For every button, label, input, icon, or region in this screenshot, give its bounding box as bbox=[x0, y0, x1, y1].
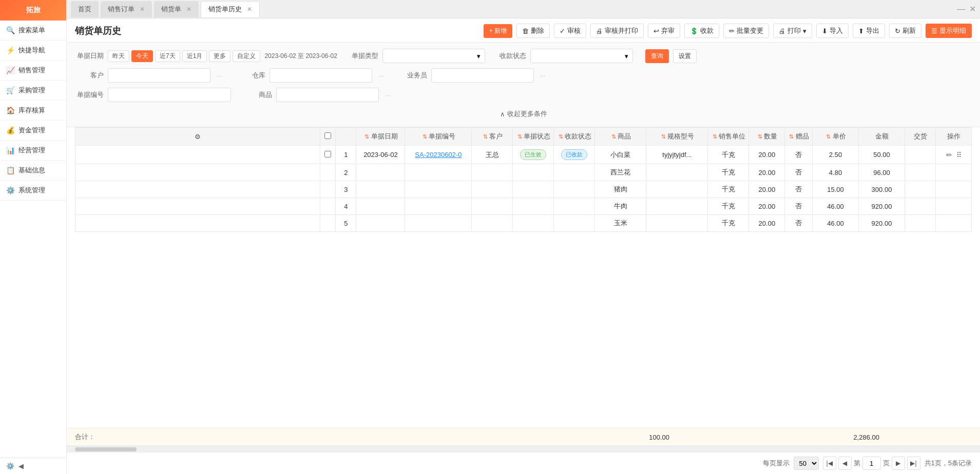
row1-code-link[interactable]: SA-20230602-0 bbox=[415, 151, 462, 159]
review-print-button[interactable]: 🖨 审核并打印 bbox=[590, 24, 644, 38]
customer-dots-btn[interactable]: ··· bbox=[215, 72, 224, 80]
paystatus-select[interactable]: ▾ bbox=[530, 49, 633, 63]
sort-icon[interactable]: ⇅ bbox=[517, 133, 522, 140]
sidebar-item-finance-mgmt[interactable]: 💰 资金管理 bbox=[0, 121, 66, 141]
sidebar-item-basic-info[interactable]: 📋 基础信息 bbox=[0, 161, 66, 181]
row1-action: ✏ ⠿ bbox=[936, 146, 972, 164]
settings-filter-button[interactable]: 设置 bbox=[673, 49, 697, 63]
filter-row-2: 客户 ··· 仓库 ··· 业务员 ··· bbox=[75, 68, 972, 83]
date-btn-last7days[interactable]: 近7天 bbox=[155, 50, 180, 62]
show-detail-button[interactable]: ☰ 显示明细 bbox=[926, 24, 972, 38]
sidebar-item-sys-mgmt[interactable]: ⚙️ 系统管理 bbox=[0, 181, 66, 201]
col-settings-header[interactable]: ⚙ bbox=[75, 128, 320, 146]
sidebar-item-inventory[interactable]: 🏠 库存核算 bbox=[0, 101, 66, 121]
doctype-select[interactable]: ▾ bbox=[382, 49, 485, 63]
first-page-btn[interactable]: |◀ bbox=[823, 457, 836, 470]
col-paystatus-header: ⇅ 收款状态 bbox=[554, 128, 595, 146]
date-btn-yesterday[interactable]: 昨天 bbox=[108, 50, 129, 62]
sidebar-item-purchase-mgmt[interactable]: 🛒 采购管理 bbox=[0, 81, 66, 101]
tab-sales-goods-label: 销货单 bbox=[161, 5, 181, 14]
col-trade-header: 交货 bbox=[905, 128, 936, 146]
tab-sales-goods-close[interactable]: ✕ bbox=[186, 6, 191, 13]
row1-edit-icon[interactable]: ✏ bbox=[946, 151, 952, 159]
tab-sales-history[interactable]: 销货单历史 ✕ bbox=[201, 1, 260, 17]
print-button[interactable]: 🖨 打印 ▾ bbox=[773, 24, 812, 38]
doctype-label: 单据类型 bbox=[350, 51, 378, 61]
warehouse-label: 仓库 bbox=[237, 71, 265, 80]
warehouse-input[interactable] bbox=[270, 68, 372, 83]
sidebar-item-ops-mgmt[interactable]: 📊 经营管理 bbox=[0, 141, 66, 161]
row1-select-checkbox[interactable] bbox=[324, 151, 331, 157]
customer-input[interactable] bbox=[108, 68, 210, 83]
abandon-button[interactable]: ↩ 弃审 bbox=[648, 24, 680, 38]
col-code-header: ⇅ 单据编号 bbox=[405, 128, 472, 146]
col-checkbox-header bbox=[320, 128, 336, 146]
sidebar-logo: 拓旅 bbox=[0, 0, 66, 21]
sort-icon[interactable]: ⇅ bbox=[758, 133, 762, 140]
window-close-btn[interactable]: ✕ bbox=[969, 4, 976, 14]
warehouse-dots-btn[interactable]: ··· bbox=[376, 72, 386, 80]
sidebar-item-sales-mgmt[interactable]: 📈 销售管理 bbox=[0, 61, 66, 81]
sidebar-bottom: ⚙️ ◀ bbox=[0, 458, 66, 474]
sidebar-item-search-menu[interactable]: 🔍 搜索菜单 bbox=[0, 21, 66, 41]
collapse-button[interactable]: ∧ 收起更多条件 bbox=[75, 107, 972, 121]
tab-home[interactable]: 首页 bbox=[71, 1, 99, 17]
sort-icon[interactable]: ⇅ bbox=[661, 133, 666, 140]
tab-sales-order[interactable]: 销售订单 ✕ bbox=[101, 1, 152, 17]
row5-action bbox=[936, 215, 972, 232]
date-btn-custom[interactable]: 自定义 bbox=[233, 50, 260, 62]
sidebar-item-label: 采购管理 bbox=[18, 86, 45, 95]
tab-sales-order-close[interactable]: ✕ bbox=[140, 6, 145, 13]
sidebar-item-quick-nav[interactable]: ⚡ 快捷导航 bbox=[0, 41, 66, 61]
batch-change-button[interactable]: ✏ 批量变更 bbox=[723, 24, 769, 38]
collect-button[interactable]: 💲 收款 bbox=[684, 24, 719, 38]
sort-icon[interactable]: ⇅ bbox=[826, 133, 831, 140]
last-page-btn[interactable]: ▶| bbox=[907, 457, 920, 470]
new-button[interactable]: + 新增 bbox=[484, 24, 512, 38]
salesman-dots-btn[interactable]: ··· bbox=[538, 72, 548, 80]
sort-icon[interactable]: ⇅ bbox=[559, 133, 563, 140]
sidebar-bottom-settings[interactable]: ⚙️ ◀ bbox=[0, 458, 66, 474]
row2-paystatus bbox=[554, 164, 595, 181]
row5-date bbox=[356, 215, 405, 232]
import-button[interactable]: ⬇ 导入 bbox=[816, 24, 849, 38]
query-button[interactable]: 查询 bbox=[645, 49, 669, 63]
next-page-btn[interactable]: ▶ bbox=[892, 457, 905, 470]
tab-sales-history-close[interactable]: ✕ bbox=[247, 6, 252, 13]
page-number-input[interactable]: 1 bbox=[862, 457, 881, 470]
filter-warehouse-item: 仓库 ··· bbox=[237, 68, 386, 83]
docno-label: 单据编号 bbox=[75, 90, 104, 100]
docno-input[interactable] bbox=[108, 88, 231, 102]
row2-settings bbox=[75, 164, 320, 181]
date-btn-today[interactable]: 今天 bbox=[131, 50, 153, 62]
horizontal-scrollbar[interactable] bbox=[75, 447, 137, 451]
sort-icon[interactable]: ⇅ bbox=[364, 133, 369, 140]
goods-input[interactable] bbox=[276, 88, 379, 102]
table-settings-icon[interactable]: ⚙ bbox=[195, 133, 201, 141]
goods-dots-btn[interactable]: ··· bbox=[383, 91, 393, 99]
select-all-checkbox[interactable] bbox=[324, 132, 331, 139]
row5-code bbox=[405, 215, 472, 232]
window-minimize-btn[interactable]: — bbox=[957, 5, 965, 14]
row4-docstatus bbox=[513, 198, 554, 215]
row2-action bbox=[936, 164, 972, 181]
sort-icon[interactable]: ⇅ bbox=[789, 133, 794, 140]
delete-button[interactable]: 🗑 删除 bbox=[516, 24, 550, 38]
sort-icon[interactable]: ⇅ bbox=[713, 133, 717, 140]
review-button[interactable]: ✓ 审核 bbox=[554, 24, 586, 38]
sort-icon[interactable]: ⇅ bbox=[422, 133, 427, 140]
salesman-input[interactable] bbox=[431, 68, 534, 83]
refresh-button[interactable]: ↻ 刷新 bbox=[889, 24, 921, 38]
row1-trade bbox=[905, 146, 936, 164]
date-btn-last1month[interactable]: 近1月 bbox=[182, 50, 207, 62]
date-btn-more[interactable]: 更多 bbox=[209, 50, 230, 62]
prev-page-btn[interactable]: ◀ bbox=[838, 457, 852, 470]
tab-sales-goods[interactable]: 销货单 ✕ bbox=[154, 1, 199, 17]
sort-icon[interactable]: ⇅ bbox=[483, 133, 488, 140]
row1-more-icon[interactable]: ⠿ bbox=[956, 151, 962, 159]
export-button[interactable]: ⬆ 导出 bbox=[853, 24, 885, 38]
sort-icon[interactable]: ⇅ bbox=[611, 133, 616, 140]
sidebar-item-label: 快捷导航 bbox=[18, 46, 45, 55]
col-date-header: ⇅ 单据日期 bbox=[356, 128, 405, 146]
page-size-select[interactable]: 50 bbox=[794, 457, 819, 470]
